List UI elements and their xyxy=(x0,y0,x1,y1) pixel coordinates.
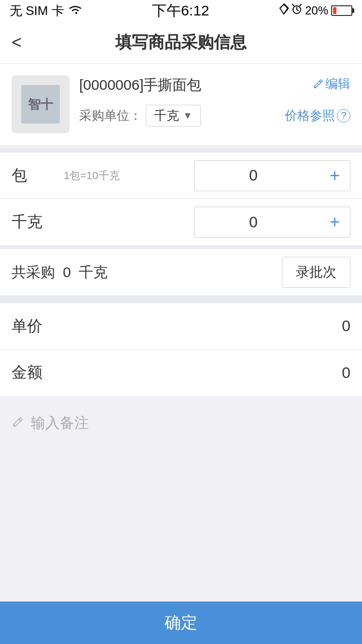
summary-text: 共采购 0 千克 xyxy=(12,263,108,282)
nav-bar: < 填写商品采购信息 xyxy=(0,21,362,64)
input-row-bao: 包 1包=10千克 + xyxy=(0,153,362,199)
price-row-amount: 金额 0 xyxy=(0,350,362,396)
unit-label: 采购单位： xyxy=(79,107,142,124)
input-label-bao: 包 xyxy=(12,165,60,186)
input-field-wrap-kg: + xyxy=(60,207,350,238)
summary-quantity: 0 xyxy=(63,264,71,280)
product-card: 智十 [0000006]手撕面包 编辑 采购单位： 千克 ▼ xyxy=(0,64,362,149)
location-icon xyxy=(279,3,289,18)
input-section: 包 1包=10千克 + 千克 + xyxy=(0,153,362,245)
input-field-bao[interactable] xyxy=(194,160,320,191)
summary-prefix: 共采购 xyxy=(12,264,55,280)
edit-button[interactable]: 编辑 xyxy=(313,75,350,92)
plus-button-kg[interactable]: + xyxy=(320,207,350,238)
price-row-unit: 单价 0 xyxy=(0,303,362,350)
price-label-unit: 单价 xyxy=(12,316,42,337)
input-field-wrap-bao: + xyxy=(120,160,350,191)
product-name-row: [0000006]手撕面包 编辑 xyxy=(79,75,350,95)
input-sublabel-bao: 1包=10千克 xyxy=(64,168,120,183)
status-right: 20% xyxy=(279,3,352,18)
price-value-unit: 0 xyxy=(342,317,350,335)
input-row-kg: 千克 + xyxy=(0,199,362,245)
confirm-button[interactable]: 确定 xyxy=(165,612,197,634)
price-label-amount: 金额 xyxy=(12,362,42,383)
price-value-amount: 0 xyxy=(342,364,350,382)
wifi-icon xyxy=(68,3,83,18)
carrier-label: 无 SIM 卡 xyxy=(10,2,64,19)
product-info: [0000006]手撕面包 编辑 采购单位： 千克 ▼ 价格参照 ? xyxy=(79,75,350,126)
price-ref-label: 价格参照 xyxy=(285,107,335,124)
input-label-kg: 千克 xyxy=(12,211,60,233)
unit-select[interactable]: 千克 ▼ xyxy=(146,105,201,126)
info-icon: ? xyxy=(337,109,350,123)
summary-section: 共采购 0 千克 录批次 xyxy=(0,245,362,295)
back-button[interactable]: < xyxy=(12,32,22,53)
status-bar: 无 SIM 卡 下午6:12 20% xyxy=(0,0,362,21)
status-time: 下午6:12 xyxy=(152,1,209,21)
notes-placeholder: 输入备注 xyxy=(31,413,89,433)
summary-row: 共采购 0 千克 录批次 xyxy=(0,249,362,295)
footer-spacer xyxy=(0,446,362,492)
page-title: 填写商品采购信息 xyxy=(115,31,247,54)
summary-unit: 千克 xyxy=(79,264,108,280)
plus-button-bao[interactable]: + xyxy=(320,160,350,191)
product-name: [0000006]手撕面包 xyxy=(79,75,201,95)
svg-line-3 xyxy=(292,4,294,6)
battery-icon xyxy=(331,5,352,16)
dropdown-icon: ▼ xyxy=(183,110,193,121)
notes-section[interactable]: 输入备注 xyxy=(0,400,362,446)
svg-line-2 xyxy=(297,10,298,11)
edit-icon xyxy=(313,79,323,89)
unit-value: 千克 xyxy=(154,107,179,124)
battery-percent: 20% xyxy=(305,4,328,17)
price-ref-button[interactable]: 价格参照 ? xyxy=(285,107,350,124)
edit-label: 编辑 xyxy=(325,75,350,92)
batch-button[interactable]: 录批次 xyxy=(282,257,350,288)
svg-line-4 xyxy=(300,4,301,6)
section-divider-2 xyxy=(0,295,362,299)
price-section: 单价 0 金额 0 xyxy=(0,299,362,396)
input-field-kg[interactable] xyxy=(194,207,320,238)
product-unit-row: 采购单位： 千克 ▼ 价格参照 ? xyxy=(79,105,350,126)
status-left: 无 SIM 卡 xyxy=(10,2,83,19)
product-logo: 智十 xyxy=(21,85,60,124)
footer[interactable]: 确定 xyxy=(0,602,362,644)
product-image: 智十 xyxy=(12,75,70,133)
section-divider-1 xyxy=(0,149,362,153)
alarm-icon xyxy=(292,4,302,17)
pencil-icon xyxy=(12,415,25,432)
